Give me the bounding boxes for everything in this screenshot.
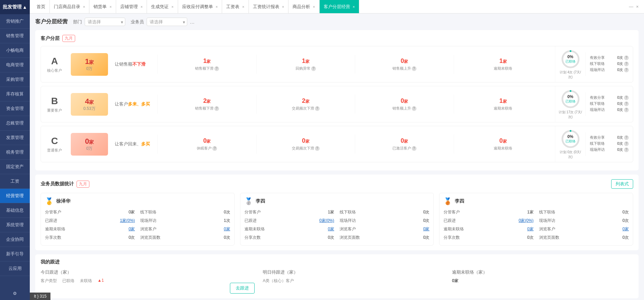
sidebar-item-xinshou[interactable]: 新手引导 [0, 247, 30, 261]
staff-header: 🥇 徐泽华 [45, 197, 230, 205]
tab-close-product-analysis[interactable]: × [313, 5, 315, 9]
right-stat-item: 现场拜访 0次 ? [590, 147, 629, 152]
sidebar-item-shuiwu[interactable]: 税务管理 [0, 145, 30, 160]
right-stat-item: 线下联络 0次 ? [590, 61, 629, 66]
tier-letter: B [45, 96, 64, 107]
tab-product-analysis[interactable]: 商品分析× [288, 0, 319, 14]
sidebar-item-xiaoshou[interactable]: 销售管理 [0, 29, 30, 43]
more-button[interactable]: ... [190, 19, 194, 25]
today-col3: 未联络 [80, 278, 92, 284]
sidebar-item-gongzi[interactable]: 工资 [0, 174, 30, 189]
tab-sales-order[interactable]: 销货单× [89, 0, 116, 14]
stat-val: 0次 [423, 209, 430, 215]
tab-close-sales-order[interactable]: × [109, 5, 111, 9]
stat-label: 分享次数 [45, 235, 61, 240]
today-col1: 客户类型 [41, 278, 57, 284]
tier-stats: 1家 销售额下滑 ? 1家 回购异常 ? 0家 销售额上升 ? 1家 逾期未联络 [155, 55, 555, 74]
info-icon: ? [315, 106, 320, 111]
list-view-button[interactable]: 列表式 [611, 179, 633, 189]
stat-val: 0次 [328, 235, 334, 240]
overdue-label: 逾期未联络（家） [452, 269, 633, 275]
sidebar-top[interactable]: 批发管理 ▲ [0, 0, 30, 14]
staff-stat-row-7: 浏览页面数0次 [340, 234, 429, 241]
stat-val[interactable]: 1家(0%) [120, 218, 135, 224]
staff-stat-row-2: 已跟进0家(0%) [444, 217, 533, 224]
tab-store-mgmt[interactable]: 店铺管理× [116, 0, 147, 14]
right-stat-label: 现场拜访 [590, 67, 605, 72]
tier-circle-block: 0% 已联络 计划 4次 (7天/次) [555, 46, 585, 82]
sidebar-item-xiaodian[interactable]: 小畅电商 [0, 43, 30, 58]
stat-val: 0次 [129, 235, 135, 240]
stat-count: 2家 [258, 97, 354, 105]
stat-block-2: 0家 已激活客户 ? [355, 135, 454, 154]
stat-val[interactable]: 0家 [423, 226, 430, 232]
sidebar-item-jichu[interactable]: 基础信息 [0, 203, 30, 218]
staff-select[interactable]: 请选择 [147, 18, 187, 26]
tab-close-salary[interactable]: × [242, 5, 244, 9]
tier-row-a: A核心客户 1家 0万 让销售额不下滑 1家 销售额下滑 ? 1家 回购异常 ?… [41, 46, 633, 83]
staff-grid: 🥇 徐泽华 分管客户0家线下联络0次已跟进1家(0%)现场拜访1次逾期未联络0家… [41, 193, 633, 246]
window-minimize[interactable]: — [629, 4, 633, 9]
stat-val: 0次 [224, 209, 230, 215]
right-stat-label: 线下联络 [590, 141, 605, 146]
sidebar-item-dianshang[interactable]: 电商管理 [0, 58, 30, 72]
sidebar-item-caigou[interactable]: 采购管理 [0, 72, 30, 87]
right-stat-item: 现场拜访 0次 ? [590, 67, 629, 72]
staff-stat-row-7: 浏览页面数0次 [539, 234, 629, 241]
sidebar-settings[interactable]: ⚙ [0, 287, 30, 300]
right-stat-val: 0次 ? [617, 101, 629, 106]
followup-section: 我的跟进 今日跟进（家） 客户类型 已联络 未联络 ▲1 去跟进 明日待跟进（家… [35, 254, 639, 298]
sidebar-item-jingying[interactable]: 经营管理 [0, 189, 30, 203]
stat-label: 销售额下滑 ? [159, 66, 255, 71]
stat-val[interactable]: 0家(0%) [519, 218, 534, 224]
tab-voucher[interactable]: 生成凭证× [147, 0, 178, 14]
stat-block-2: 0家 销售额上升 ? [355, 55, 454, 74]
stat-val: 1家 [328, 209, 334, 215]
staff-filter: 业务员 请选择 ... [131, 18, 194, 26]
tab-salary[interactable]: 工资表× [222, 0, 249, 14]
staff-stat-row-2: 已跟进0家(0%) [244, 217, 334, 224]
stat-val[interactable]: 0家 [527, 226, 534, 232]
staff-card-1: 🥈 李四 分管客户1家线下联络0次已跟进0家(0%)现场拜访0次逾期未联络0家浏… [240, 193, 434, 246]
sidebar-item-zongzhang[interactable]: 总账管理 [0, 116, 30, 131]
sidebar-item-gudingzichan[interactable]: 固定资产 [0, 160, 30, 174]
tab-close-salary-report[interactable]: × [282, 5, 284, 9]
sidebar-item-yun[interactable]: 云应用 [0, 261, 30, 276]
tab-close-voucher[interactable]: × [171, 5, 173, 9]
sidebar-item-zijin[interactable]: 资金管理 [0, 101, 30, 116]
stat-block-3: 1家 逾期未联络 [454, 55, 553, 74]
sidebar-top-label: 批发管理 [3, 4, 22, 10]
dept-select[interactable]: 请选择 [85, 18, 125, 26]
info-icon: ? [624, 68, 629, 72]
tab-home[interactable]: 首页 [33, 0, 50, 14]
tab-close-store-products[interactable]: × [83, 5, 85, 9]
tab-close-customer-tier[interactable]: × [353, 5, 355, 9]
tab-customer-tier[interactable]: 客户分层经营× [320, 0, 359, 14]
stat-val[interactable]: 0家 [129, 226, 135, 232]
stat-val[interactable]: 0家 [622, 226, 629, 232]
sidebar-item-fapiao[interactable]: 发票管理 [0, 131, 30, 145]
window-close[interactable]: × [636, 4, 639, 9]
stat-label: 已跟进 [244, 218, 257, 224]
today-col2: 已联络 [62, 278, 74, 284]
stat-block-1: 0家 交易频次下滑 ? [256, 135, 355, 154]
circle-sub: 计划 4次 (7天/次) [558, 70, 583, 79]
tier-label-a: A核心客户 [41, 50, 68, 78]
sidebar-item-xitong[interactable]: 系统管理 [0, 218, 30, 232]
tab-close-receivable[interactable]: × [216, 5, 218, 9]
tab-receivable[interactable]: 应收应付调整单× [178, 0, 222, 14]
right-stat-val: 0次 ? [617, 55, 629, 60]
sidebar-item-yingxiao[interactable]: 营销推广 [0, 14, 30, 29]
stat-val[interactable]: 0家(0%) [319, 218, 334, 224]
sidebar-item-kucun[interactable]: 库存核算 [0, 87, 30, 101]
right-stat-val: 0次 ? [617, 67, 629, 72]
tier-suggestion: 让客户回来、多买 [111, 138, 155, 150]
tab-salary-report[interactable]: 工资统计报表× [249, 0, 288, 14]
tab-close-store-mgmt[interactable]: × [141, 5, 143, 9]
tab-store-products[interactable]: 门店商品目录× [50, 0, 89, 14]
goto-followup-button[interactable]: 去跟进 [230, 283, 255, 294]
tier-name: 核心客户 [45, 68, 64, 73]
stat-val[interactable]: 0家 [224, 226, 230, 232]
stat-val[interactable]: 0家 [328, 226, 334, 232]
sidebar-item-qiye[interactable]: 企业协同 [0, 232, 30, 247]
